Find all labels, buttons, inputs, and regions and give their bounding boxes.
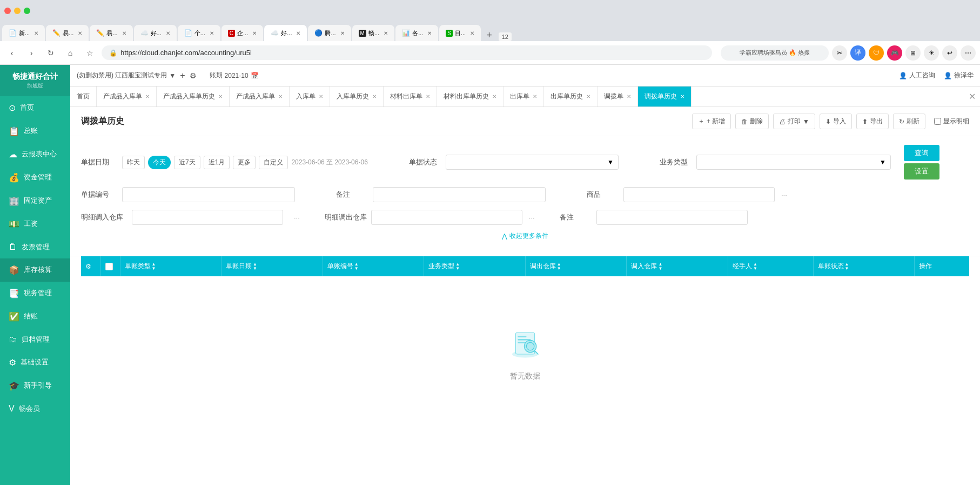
new-tab-button[interactable]: + [482,30,496,41]
setting-button[interactable]: 设置 [904,163,939,180]
nav-tab-prod-in-close[interactable]: ✕ [145,94,150,99]
sidebar-item-finance[interactable]: 💰 资金管理 [0,166,70,189]
tab-7[interactable]: ☁️好...✕ [264,25,307,41]
sidebar-item-reports[interactable]: ☁ 云报表中心 [0,143,70,166]
nav-tab-prod-in2-close[interactable]: ✕ [278,94,283,99]
nav-tab-out[interactable]: 出库单 ✕ [504,87,544,107]
new-button[interactable]: ＋ + 新增 [692,114,731,129]
nav-tab-out-hist[interactable]: 出库单历史 ✕ [544,87,598,107]
doc-num-input[interactable] [122,187,295,202]
nav-tab-mat-out-hist-close[interactable]: ✕ [492,94,496,99]
sidebar-item-salary[interactable]: 💵 工资 [0,212,70,236]
nav-tab-prod-in[interactable]: 产成品入库单 ✕ [97,87,157,107]
tab-10[interactable]: 📊各...✕ [395,25,438,41]
sidebar-item-inventory[interactable]: 📦 库存核算 [0,258,70,282]
nav-tab-mat-out-close[interactable]: ✕ [426,94,430,99]
sidebar-item-membership[interactable]: V 畅会员 [0,397,70,420]
date-yesterday[interactable]: 昨天 [122,156,145,169]
nav-tab-stock-in[interactable]: 入库单 ✕ [290,87,330,107]
collapse-button[interactable]: ⋀ 收起更多条件 [495,229,555,243]
ext-1[interactable]: ✂ [832,45,847,61]
tab-4[interactable]: ☁️好...✕ [134,25,177,41]
biz-type-select[interactable]: ▼ [696,155,891,170]
add-company-button[interactable]: + [180,71,185,81]
date-7days[interactable]: 近7天 [174,156,200,169]
nav-tab-mat-out-hist[interactable]: 材料出库单历史 ✕ [437,87,504,107]
bookmark-button[interactable]: ☆ [82,45,97,61]
status-select[interactable]: ▼ [446,155,619,170]
ext-3[interactable]: 🛡 [869,45,884,61]
ext-4[interactable]: 🎮 [887,45,902,61]
delete-button[interactable]: 🗑 删除 [735,114,769,129]
ext-8[interactable]: ⋯ [961,45,976,61]
print-button[interactable]: 🖨 打印 ▼ [773,114,815,129]
nav-tab-transfer-hist-close[interactable]: ✕ [680,94,684,99]
nav-tab-out-hist-close[interactable]: ✕ [586,94,590,99]
th-doc-num[interactable]: 单账编号 ▲▼ [323,256,424,276]
sidebar-item-ledger[interactable]: 📋 总账 [0,119,70,143]
tab-9[interactable]: M畅...✕ [352,25,395,41]
sidebar-item-assets[interactable]: 🏢 固定资产 [0,189,70,212]
to-store-dots[interactable]: ··· [529,214,535,222]
date-custom[interactable]: 自定义 [259,156,288,169]
tab-6[interactable]: C企...✕ [221,25,263,41]
th-doc-type[interactable]: 单账类型 ▲▼ [120,256,221,276]
th-to-store[interactable]: 调入仓库 ▲▼ [627,256,728,276]
date-more[interactable]: 更多 [233,156,256,169]
company-settings-button[interactable]: ⚙ [190,71,197,80]
note2-input[interactable] [596,210,748,225]
goods-dots[interactable]: ··· [781,191,787,199]
user-service-btn[interactable]: 👤 人工咨询 [899,71,935,80]
ext-6[interactable]: ☀ [924,45,939,61]
note-input[interactable] [373,187,546,202]
tab-8[interactable]: 🔵腾...✕ [308,25,351,41]
th-checkbox[interactable] [100,256,120,276]
nav-tab-transfer[interactable]: 调拨单 ✕ [598,87,638,107]
tab-11[interactable]: S目...✕ [439,25,481,41]
nav-tab-out-close[interactable]: ✕ [533,94,537,99]
company-selector[interactable]: (勿删勿禁用) 江西服宝测试专用 ▼ [77,71,176,80]
sidebar-item-close[interactable]: ✅ 结账 [0,305,70,328]
tab-2[interactable]: ✏️易...✕ [46,25,89,41]
search-bar[interactable]: 学霸应聘场驱鸟员 🔥 热搜 [721,45,829,61]
nav-tab-stock-in-close[interactable]: ✕ [319,94,323,99]
display-toggle[interactable]: 显示明细 [934,117,969,126]
sidebar-item-home[interactable]: ⊙ 首页 [0,96,70,119]
home-button[interactable]: ⌂ [63,45,78,61]
address-bar[interactable]: 🔒 https://cloud.chanjet.com/accounting/u… [102,45,712,60]
th-doc-date[interactable]: 单账日期 ▲▼ [221,256,323,276]
import-button[interactable]: ⬇ 导入 [820,114,852,129]
nav-tab-stock-in-hist[interactable]: 入库单历史 ✕ [330,87,384,107]
th-settings[interactable]: ⚙ [81,256,100,276]
display-checkbox[interactable] [934,118,941,125]
reload-button[interactable]: ↻ [43,45,58,61]
query-button[interactable]: 查询 [904,145,939,161]
ext-5[interactable]: ⊞ [905,45,921,61]
nav-tab-prod-in-hist[interactable]: 产成品入库单历史 ✕ [157,87,230,107]
period-selector[interactable]: 账期 2021-10 📅 [210,71,259,80]
nav-tab-stock-in-hist-close[interactable]: ✕ [372,94,377,99]
sidebar-item-archive[interactable]: 🗂 归档管理 [0,328,70,351]
date-1month[interactable]: 近1月 [204,156,230,169]
ext-7[interactable]: ↩ [942,45,957,61]
forward-button[interactable]: › [24,45,39,61]
tab-5[interactable]: 📄个...✕ [178,25,220,41]
sidebar-item-tax[interactable]: 📑 税务管理 [0,282,70,305]
nav-tab-transfer-close[interactable]: ✕ [627,94,631,99]
th-biz-type[interactable]: 业务类型 ▲▼ [424,256,526,276]
user-avatar[interactable]: 👤 徐泽华 [944,71,974,80]
tab-3[interactable]: ✏️易...✕ [90,25,132,41]
nav-tab-mat-out[interactable]: 材料出库单 ✕ [384,87,437,107]
to-store-input[interactable] [371,210,522,225]
refresh-button[interactable]: ↻ 刷新 [893,114,925,129]
export-button[interactable]: ⬆ 导出 [856,114,889,129]
nav-tab-transfer-hist[interactable]: 调拨单历史 ✕ [638,87,692,107]
nav-tab-prod-in2[interactable]: 产成品入库单 ✕ [230,87,290,107]
ext-2[interactable]: 译 [850,45,865,61]
sidebar-item-invoice[interactable]: 🗒 发票管理 [0,236,70,258]
tab-1[interactable]: 📄新...✕ [2,25,45,41]
from-store-dots[interactable]: ··· [294,214,300,222]
sidebar-item-guide[interactable]: 🎓 新手引导 [0,374,70,397]
goods-input[interactable] [623,187,775,202]
close-all-tabs-button[interactable]: ✕ [964,91,980,102]
